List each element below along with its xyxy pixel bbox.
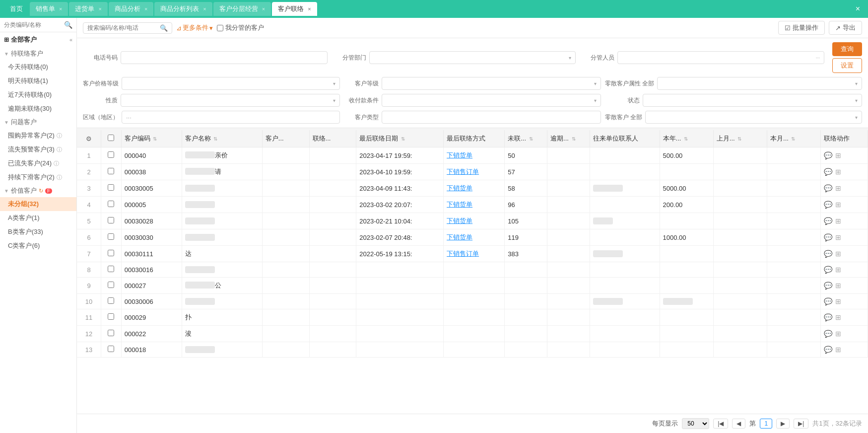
- payment-select[interactable]: ▾: [382, 94, 601, 107]
- grid-action-icon[interactable]: ⊞: [835, 313, 841, 321]
- close-sales-icon[interactable]: ×: [59, 6, 62, 12]
- retail-attr-select[interactable]: ▾: [657, 77, 862, 90]
- sidebar-item-ungrouped[interactable]: 未分组(32): [0, 197, 76, 211]
- row-checkbox[interactable]: [108, 184, 114, 191]
- sidebar-item-declining[interactable]: 持续下滑客户(2) ⓘ: [0, 170, 76, 184]
- last-method-link[interactable]: 下销货单: [447, 151, 472, 159]
- sidebar-item-overdue-no-contact[interactable]: 逾期未联络(30): [0, 102, 76, 116]
- my-customers-check[interactable]: [217, 25, 223, 31]
- more-conditions-button[interactable]: ⊿ 更多条件 ▾: [176, 23, 213, 32]
- row-checkbox-cell[interactable]: [101, 197, 122, 213]
- th-name[interactable]: 客户名称 ⇅: [182, 130, 262, 147]
- chat-icon[interactable]: 💬: [824, 250, 832, 258]
- grid-action-icon[interactable]: ⊞: [835, 168, 841, 176]
- close-goods-analysis-icon[interactable]: ×: [144, 6, 147, 12]
- close-goods-analysis-list-icon[interactable]: ×: [203, 6, 206, 12]
- close-customer-contact-icon[interactable]: ×: [308, 6, 311, 12]
- grid-action-icon[interactable]: ⊞: [835, 297, 841, 305]
- th-this-year[interactable]: 本年... ⇅: [660, 130, 713, 147]
- value-group-header[interactable]: ▼ 价值客户 ↻ F: [0, 184, 76, 197]
- last-method-link[interactable]: 下销售订单: [447, 250, 479, 257]
- row-checkbox-cell[interactable]: [101, 246, 122, 262]
- my-customers-checkbox[interactable]: 我分管的客户: [217, 23, 264, 32]
- row-checkbox[interactable]: [108, 330, 114, 336]
- tab-purchase[interactable]: 进货单 ×: [69, 2, 107, 16]
- chat-icon[interactable]: 💬: [824, 233, 832, 241]
- export-button[interactable]: ↗ 导出: [829, 21, 862, 35]
- settings-icon[interactable]: ⚙: [86, 135, 92, 143]
- reset-button[interactable]: 设置: [832, 58, 862, 73]
- prev-page-button[interactable]: ◀: [732, 419, 745, 429]
- status-select[interactable]: ▾: [643, 94, 862, 107]
- row-checkbox[interactable]: [108, 282, 114, 288]
- row-checkbox[interactable]: [108, 168, 114, 174]
- chat-icon[interactable]: 💬: [824, 201, 832, 209]
- th-code[interactable]: 客户编码 ⇅: [121, 130, 182, 147]
- per-page-select[interactable]: 50 100 200: [682, 418, 709, 429]
- th-last-method[interactable]: 最后联络方式: [444, 130, 505, 147]
- tab-goods-analysis[interactable]: 商品分析 ×: [109, 2, 153, 16]
- row-checkbox[interactable]: [108, 217, 114, 223]
- sidebar-search[interactable]: 🔍: [0, 18, 76, 32]
- row-checkbox[interactable]: [108, 233, 114, 240]
- row-checkbox-cell[interactable]: [101, 309, 122, 326]
- grid-action-icon[interactable]: ⊞: [835, 250, 841, 258]
- th-contact[interactable]: 联络...: [309, 130, 356, 147]
- customer-level-select[interactable]: ▾: [382, 77, 601, 90]
- row-checkbox[interactable]: [108, 313, 114, 320]
- close-customer-segmentation-icon[interactable]: ×: [262, 6, 265, 12]
- next-page-button[interactable]: ▶: [776, 419, 790, 429]
- sidebar-item-today-pending[interactable]: 今天待联络(0): [0, 60, 76, 74]
- grid-action-icon[interactable]: ⊞: [835, 233, 841, 241]
- chat-icon[interactable]: 💬: [824, 217, 832, 225]
- row-checkbox-cell[interactable]: [101, 229, 122, 246]
- query-button[interactable]: 查询: [832, 42, 862, 56]
- sidebar-item-class-a[interactable]: A类客户(1): [0, 211, 76, 225]
- chat-icon[interactable]: 💬: [824, 297, 832, 305]
- sidebar-item-7days-pending[interactable]: 近7天待联络(0): [0, 88, 76, 102]
- first-page-button[interactable]: |◀: [713, 419, 728, 429]
- close-purchase-icon[interactable]: ×: [98, 6, 101, 12]
- chat-icon[interactable]: 💬: [824, 282, 832, 289]
- row-checkbox[interactable]: [108, 297, 114, 304]
- chat-icon[interactable]: 💬: [824, 151, 832, 159]
- row-checkbox[interactable]: [108, 250, 114, 256]
- refresh-icon[interactable]: ↻: [39, 188, 43, 194]
- th-type[interactable]: 客户...: [262, 130, 309, 147]
- last-method-link[interactable]: 下销货单: [447, 217, 472, 224]
- sidebar-item-hoard-abnormal[interactable]: 囤购异常客户(2) ⓘ: [0, 129, 76, 143]
- chat-icon[interactable]: 💬: [824, 330, 832, 338]
- select-all-checkbox[interactable]: [108, 135, 114, 141]
- search-box[interactable]: 🔍: [83, 22, 172, 34]
- retail-customer-select[interactable]: ▾: [645, 111, 862, 124]
- sidebar-item-churned[interactable]: 已流失客户(24) ⓘ: [0, 156, 76, 170]
- price-level-select[interactable]: ▾: [122, 77, 340, 90]
- row-checkbox-cell[interactable]: [101, 164, 122, 180]
- row-checkbox[interactable]: [108, 346, 114, 352]
- last-method-link[interactable]: 下销售订单: [447, 168, 479, 175]
- row-checkbox-cell[interactable]: [101, 262, 122, 278]
- th-overdue[interactable]: 逾期... ⇅: [547, 130, 590, 147]
- sidebar-item-class-b[interactable]: B类客户(33): [0, 225, 76, 239]
- batch-operation-button[interactable]: ☑ 批量操作: [778, 21, 825, 35]
- last-method-link[interactable]: 下销货单: [447, 233, 472, 241]
- region-input[interactable]: ···: [122, 111, 340, 124]
- last-method-link[interactable]: 下销货单: [447, 184, 472, 192]
- row-checkbox[interactable]: [108, 151, 114, 158]
- th-last-date[interactable]: 最后联络日期 ⇅: [356, 130, 444, 147]
- th-check[interactable]: [101, 130, 122, 147]
- all-customers-header[interactable]: ⊞ 全部客户 «: [0, 32, 76, 47]
- tab-sales[interactable]: 销售单 ×: [30, 2, 68, 16]
- grid-action-icon[interactable]: ⊞: [835, 346, 841, 354]
- sidebar-item-churn-warning[interactable]: 流失预警客户(3) ⓘ: [0, 143, 76, 156]
- th-settings[interactable]: ⚙: [77, 130, 101, 147]
- pending-group-header[interactable]: ▼ 待联络客户: [0, 47, 76, 60]
- phone-input[interactable]: [121, 51, 328, 64]
- row-checkbox[interactable]: [108, 201, 114, 207]
- row-checkbox-cell[interactable]: [101, 180, 122, 197]
- grid-action-icon[interactable]: ⊞: [835, 266, 841, 274]
- chat-icon[interactable]: 💬: [824, 184, 832, 192]
- row-checkbox-cell[interactable]: [101, 278, 122, 294]
- collapse-sidebar-icon[interactable]: «: [69, 37, 72, 43]
- nature-select[interactable]: ▾: [121, 94, 340, 107]
